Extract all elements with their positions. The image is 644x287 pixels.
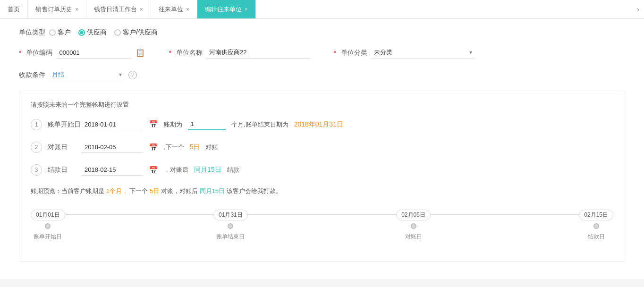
start-date-input[interactable]	[82, 119, 143, 130]
point-label-3: 结款日	[588, 233, 605, 241]
row-2-highlight-day: 5日	[190, 143, 200, 152]
row-num-1: 1	[31, 119, 42, 130]
preview-text: 账期预览：当前客户账期是 1个月， 下一个 5日 对账，对账后 同月15日 该客…	[31, 187, 613, 195]
unit-type-radio-group: 客户 供应商 客户/供应商	[49, 28, 158, 37]
payment-condition-label: 收款条件	[19, 71, 45, 79]
row-label-2: 对账日	[48, 143, 76, 152]
unit-code-icon[interactable]: 📋	[136, 48, 145, 57]
setting-row-1: 1 账单开始日 📅 账期为 个月,账单结束日期为 2018年01月31日	[31, 118, 613, 130]
timeline: 01月01日 账单开始日 01月31日 账单结束日 02月05日 对账日 02月…	[31, 205, 613, 250]
radio-both[interactable]: 客户/供应商	[114, 28, 158, 37]
unit-name-required: *	[169, 49, 171, 57]
setting-row-2: 2 对账日 📅 ,下一个 5日 对账	[31, 142, 613, 153]
timeline-point-0: 01月01日 账单开始日	[31, 210, 65, 241]
reconcile-date-cal-icon[interactable]: 📅	[149, 143, 158, 152]
settings-panel: 请按照未来的一个完整帐期进行设置 1 账单开始日 📅 账期为 个月,账单结束日期…	[19, 91, 625, 262]
point-dot-0	[45, 223, 51, 229]
settlement-date-input[interactable]	[82, 164, 143, 176]
unit-name-field: * 单位名称	[169, 47, 310, 59]
radio-customer-label: 客户	[58, 28, 71, 37]
timeline-point-1: 01月31日 账单结束日	[213, 210, 248, 241]
payment-condition-help[interactable]: ?	[128, 71, 137, 79]
start-date-cal-icon[interactable]: 📅	[149, 120, 158, 129]
payment-condition-dropdown[interactable]: 月结 ▾	[49, 68, 125, 81]
point-label-2: 对账日	[405, 233, 422, 241]
payment-condition-row: 收款条件 月结 ▾ ?	[19, 68, 625, 81]
tab-partner-unit-label: 往来单位	[159, 5, 183, 14]
tab-sales-history[interactable]: 销售订单历史 ×	[28, 0, 86, 18]
row-label-1: 账单开始日	[48, 120, 76, 129]
unit-code-input[interactable]	[56, 47, 132, 59]
tab-partner-unit-close[interactable]: ×	[186, 6, 189, 13]
row-1-suffix-post: 个月,账单结束日期为	[231, 120, 288, 129]
row-1-suffix-pre: 账期为	[164, 120, 182, 129]
radio-both-label: 客户/供应商	[123, 28, 158, 37]
unit-class-dropdown[interactable]: 未分类 ▾	[371, 46, 475, 59]
radio-both-circle	[114, 29, 121, 36]
point-badge-3: 02月15日	[579, 210, 613, 220]
unit-info-row: * 单位编码 📋 * 单位名称 * 单位分类 未分类 ▾	[19, 46, 625, 59]
row-2-suffix-pre: ,下一个	[164, 143, 184, 152]
unit-code-label: 单位编码	[26, 49, 52, 57]
radio-customer[interactable]: 客户	[49, 28, 71, 37]
unit-class-field: * 单位分类 未分类 ▾	[334, 46, 475, 59]
row-1-highlight-date: 2018年01月31日	[294, 120, 343, 129]
row-3-suffix-post: 结款	[227, 166, 239, 174]
timeline-point-2: 02月05日 对账日	[396, 210, 431, 241]
point-badge-2: 02月05日	[396, 210, 431, 220]
preview-section: 账期预览：当前客户账期是 1个月， 下一个 5日 对账，对账后 同月15日 该客…	[31, 187, 613, 250]
point-label-0: 账单开始日	[34, 233, 62, 241]
unit-name-input[interactable]	[206, 47, 310, 59]
point-badge-0: 01月01日	[31, 210, 65, 220]
radio-supplier[interactable]: 供应商	[78, 28, 107, 37]
timeline-point-3: 02月15日 结款日	[579, 210, 613, 241]
unit-class-label: 单位分类	[341, 49, 367, 57]
preview-highlight1: 1个月，	[106, 187, 128, 194]
unit-class-arrow: ▾	[469, 49, 472, 56]
preview-highlight2: 5日	[150, 187, 159, 194]
preview-middle1: 下一个	[129, 187, 148, 194]
point-dot-2	[411, 223, 416, 229]
row-num-2: 2	[31, 142, 42, 153]
preview-middle2: 对账，对账后	[161, 187, 198, 194]
tab-edit-partner[interactable]: 编辑往来单位 ×	[197, 0, 256, 18]
payment-condition-field: 收款条件 月结 ▾ ?	[19, 68, 137, 81]
tab-home[interactable]: 首页	[0, 0, 28, 18]
row-label-3: 结款日	[48, 166, 76, 174]
unit-class-value: 未分类	[374, 48, 467, 57]
radio-customer-circle	[49, 29, 56, 36]
period-input[interactable]	[188, 118, 226, 130]
tab-home-label: 首页	[8, 5, 20, 14]
tab-edit-partner-close[interactable]: ×	[245, 6, 248, 13]
unit-code-required: *	[19, 49, 21, 57]
preview-highlight3: 同月15日	[200, 187, 225, 194]
tabs-bar: 首页 销售订单历史 × 钱货日清工作台 × 往来单位 × 编辑往来单位 × ›	[0, 0, 644, 19]
row-num-3: 3	[31, 164, 42, 176]
radio-supplier-circle	[78, 29, 85, 36]
unit-name-label: 单位名称	[176, 49, 203, 57]
point-dot-1	[228, 223, 233, 229]
point-badge-1: 01月31日	[213, 210, 248, 220]
unit-code-field: * 单位编码 📋	[19, 47, 145, 59]
payment-condition-arrow: ▾	[119, 71, 122, 78]
row-3-highlight-day: 同月15日	[194, 166, 221, 174]
preview-label: 账期预览：当前客户账期是	[31, 187, 104, 194]
point-label-1: 账单结束日	[216, 233, 245, 241]
setting-row-3: 3 结款日 📅 ，对账后 同月15日 结款	[31, 164, 613, 176]
unit-type-row: 单位类型 客户 供应商 客户/供应商	[19, 28, 625, 37]
unit-class-required: *	[334, 49, 336, 57]
settlement-date-cal-icon[interactable]: 📅	[149, 166, 158, 175]
radio-supplier-label: 供应商	[87, 28, 107, 37]
tab-cash-work[interactable]: 钱货日清工作台 ×	[86, 0, 151, 18]
tab-cash-work-label: 钱货日清工作台	[94, 5, 137, 14]
unit-type-label: 单位类型	[19, 28, 45, 37]
tab-sales-history-close[interactable]: ×	[75, 6, 78, 13]
page-content: 单位类型 客户 供应商 客户/供应商 * 单位编码	[0, 19, 644, 279]
tab-cash-work-close[interactable]: ×	[140, 6, 143, 13]
preview-suffix: 该客户会给我打款。	[227, 187, 282, 194]
tab-partner-unit[interactable]: 往来单位 ×	[151, 0, 197, 18]
row-3-suffix-pre: ，对账后	[164, 166, 188, 174]
tab-more-button[interactable]: ›	[632, 0, 644, 18]
reconcile-date-input[interactable]	[82, 142, 143, 153]
timeline-points: 01月01日 账单开始日 01月31日 账单结束日 02月05日 对账日 02月…	[31, 210, 613, 241]
